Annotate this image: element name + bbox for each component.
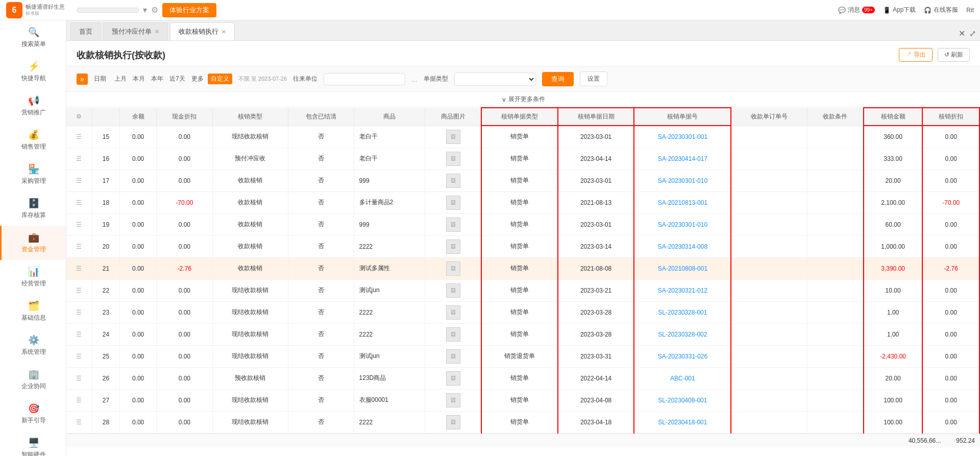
bill-no-link[interactable]: SL-20230408-001 xyxy=(658,397,707,404)
bill-no-link[interactable]: SA-20210808-001 xyxy=(658,265,707,272)
bill-no-link[interactable]: ABC-001 xyxy=(670,375,695,382)
sidebar-item-quick-nav[interactable]: ⚡ 快捷导航 xyxy=(0,55,66,89)
row-recv-cond xyxy=(807,191,864,213)
row-type: 现结收款核销 xyxy=(212,126,288,148)
date-option-last-month[interactable]: 上月 xyxy=(112,74,129,84)
goods-img-cell: 🖼 xyxy=(425,126,482,148)
sidebar-item-beginner[interactable]: 🎯 新手引导 xyxy=(0,397,66,431)
industry-btn[interactable]: 体验行业方案 xyxy=(162,3,216,17)
partner-label: 往来单位 xyxy=(293,75,317,83)
filter-toggle-btn[interactable]: » xyxy=(77,74,88,85)
row-settings: ☰ xyxy=(66,345,92,367)
bill-no-link[interactable]: SL-20230328-002 xyxy=(658,331,707,338)
sidebar-item-inventory[interactable]: 🗄️ 库存核算 xyxy=(0,191,66,226)
row-no: 23 xyxy=(92,301,120,323)
online-service-area[interactable]: 🎧 在线客服 xyxy=(924,6,958,14)
close-window-icon[interactable]: ✕ xyxy=(959,29,965,38)
expand-more-btn[interactable]: ∨ 展开更多条件 xyxy=(502,95,545,104)
sidebar-item-finance[interactable]: 💼 资金管理 xyxy=(0,226,66,260)
sales-icon: 💰 xyxy=(28,129,39,140)
th-settings[interactable]: ⚙ xyxy=(66,108,92,126)
sidebar-item-system[interactable]: ⚙️ 系统管理 xyxy=(0,328,66,363)
tab-prepaid-close[interactable]: ✕ xyxy=(155,29,159,35)
table-row: ☰ 17 0.00 0.00 收款核销 否 999 🖼 销货单 2023-03-… xyxy=(66,170,979,191)
th-goods: 商品 xyxy=(354,108,425,126)
date-custom-btn[interactable]: 自定义 xyxy=(208,74,232,84)
goods-img-cell: 🖼 xyxy=(425,235,482,257)
row-settled: 否 xyxy=(288,126,354,148)
row-balance: 0.00 xyxy=(120,257,157,279)
settings-icon[interactable]: ⚙ xyxy=(151,5,158,15)
bill-no-link[interactable]: SA-20230331-026 xyxy=(658,353,707,360)
tab-home[interactable]: 首页 xyxy=(70,22,101,40)
goods-img-cell: 🖼 xyxy=(425,279,482,301)
logo-area: 6 畅捷通谱好生意 标准版 xyxy=(6,2,72,18)
row-bill-no: SA-20230314-008 xyxy=(634,235,731,257)
row-balance: 0.00 xyxy=(120,148,157,170)
user-name[interactable]: Rit xyxy=(966,7,974,14)
settings-btn[interactable]: 设置 xyxy=(580,71,607,86)
bill-type-select[interactable] xyxy=(454,73,536,86)
maximize-icon[interactable]: ⤢ xyxy=(969,29,976,38)
sidebar-item-marketing[interactable]: 📢 营销推广 xyxy=(0,89,66,123)
row-type: 现结收款核销 xyxy=(212,389,288,411)
date-option-this-month[interactable]: 本月 xyxy=(131,74,147,84)
more-filter-dots[interactable]: ... xyxy=(411,75,418,83)
sidebar-item-purchase[interactable]: 🏪 采购管理 xyxy=(0,157,66,191)
tab-receivable[interactable]: 收款核销执行 ✕ xyxy=(170,22,235,40)
bill-no-link[interactable]: SA-20230321-012 xyxy=(658,287,707,294)
sidebar-item-enterprise[interactable]: 🏢 企业协同 xyxy=(0,363,66,397)
refresh-btn[interactable]: ↺ 刷新 xyxy=(938,48,970,62)
tab-receivable-close[interactable]: ✕ xyxy=(222,29,226,35)
marketing-icon: 📢 xyxy=(28,95,39,106)
row-recv-order xyxy=(731,148,807,170)
table-wrapper[interactable]: ⚙ 余额 现金折扣 核销类型 包含已结清 商品 商品图片 核销单据类型 核销单据… xyxy=(66,107,980,456)
row-type: 现结收款核销 xyxy=(212,301,288,323)
export-btn[interactable]: ↗ 导出 xyxy=(899,48,932,62)
row-goods: 2222 xyxy=(354,411,425,433)
date-option-more[interactable]: 更多 xyxy=(189,74,206,84)
sidebar-item-operations[interactable]: 📊 经营管理 xyxy=(0,260,66,294)
row-write-off-amt: 100.00 xyxy=(864,411,923,433)
row-bill-no: SA-20230301-010 xyxy=(634,213,731,235)
row-recv-cond xyxy=(807,257,864,279)
sidebar-item-sales[interactable]: 💰 销售管理 xyxy=(0,123,66,157)
sidebar-label-smart-hw: 智能硬件 xyxy=(21,450,46,456)
tab-home-label: 首页 xyxy=(79,27,92,36)
top-nav-right: 💬 消息 99+ 📱 App下载 🎧 在线客服 Rit xyxy=(838,6,974,14)
bill-no-link[interactable]: SA-20230301-001 xyxy=(658,133,707,140)
date-option-this-year[interactable]: 本年 xyxy=(149,74,165,84)
sidebar-item-search[interactable]: 🔍 搜索菜单 xyxy=(0,20,66,55)
row-bill-date: 2022-04-14 xyxy=(558,367,634,389)
row-no: 18 xyxy=(92,191,120,213)
bill-no-link[interactable]: SA-20230314-008 xyxy=(658,243,707,250)
row-recv-order xyxy=(731,279,807,301)
sidebar-item-smart-hw[interactable]: 🖥️ 智能硬件 xyxy=(0,431,66,456)
row-write-off-amt: 360.00 xyxy=(864,126,923,148)
bill-no-link[interactable]: SL-20230328-001 xyxy=(658,309,707,316)
row-bill-type: 销货单 xyxy=(481,279,558,301)
query-btn[interactable]: 查询 xyxy=(542,72,574,86)
dropdown-icon[interactable]: ▾ xyxy=(143,5,147,15)
system-icon: ⚙️ xyxy=(28,334,39,346)
column-settings-icon[interactable]: ⚙ xyxy=(76,113,82,120)
main-table: ⚙ 余额 现金折扣 核销类型 包含已结清 商品 商品图片 核销单据类型 核销单据… xyxy=(66,107,980,434)
sidebar-item-basic-info[interactable]: 🗂️ 基础信息 xyxy=(0,294,66,328)
notification-area[interactable]: 💬 消息 99+ xyxy=(838,6,875,14)
partner-input[interactable] xyxy=(324,73,405,85)
bill-no-link[interactable]: SA-20230301-010 xyxy=(658,177,707,184)
bill-no-link[interactable]: SA-20210813-001 xyxy=(658,199,707,206)
bill-no-link[interactable]: SA-20230301-010 xyxy=(658,221,707,228)
bill-no-link[interactable]: SL-20230418-001 xyxy=(658,419,707,426)
row-write-off-disc: 0.00 xyxy=(922,345,979,367)
row-bill-date: 2023-03-31 xyxy=(558,345,634,367)
row-no: 15 xyxy=(92,126,120,148)
date-option-7days[interactable]: 近7天 xyxy=(167,74,187,84)
row-bill-date: 2023-04-18 xyxy=(558,411,634,433)
row-recv-cond xyxy=(807,323,864,345)
row-recv-order xyxy=(731,257,807,279)
bill-no-link[interactable]: SA-20230414-017 xyxy=(658,155,707,162)
app-download-area[interactable]: 📱 App下载 xyxy=(883,6,916,14)
top-search-box[interactable] xyxy=(77,8,139,13)
tab-prepaid[interactable]: 预付冲应付单 ✕ xyxy=(103,22,168,40)
